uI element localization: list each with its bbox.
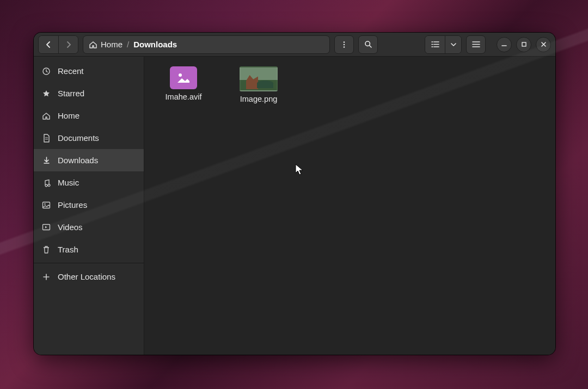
- sidebar-item-recent[interactable]: Recent: [34, 60, 144, 82]
- picture-icon: [42, 201, 51, 209]
- minimize-icon: [501, 41, 507, 48]
- sidebar-item-trash[interactable]: Trash: [34, 238, 144, 261]
- minimize-button[interactable]: [497, 37, 512, 52]
- search-icon: [364, 40, 372, 48]
- chevron-left-icon: [45, 41, 52, 48]
- sidebar-item-label: Downloads: [58, 156, 98, 165]
- maximize-button[interactable]: [516, 37, 531, 52]
- forward-button[interactable]: [58, 36, 78, 53]
- sidebar-item-starred[interactable]: Starred: [34, 82, 144, 104]
- document-icon: [42, 134, 51, 143]
- svg-rect-4: [522, 42, 526, 46]
- window-body: Recent Starred Home Documents Downloads …: [34, 57, 555, 355]
- sidebar-item-music[interactable]: Music: [34, 171, 144, 194]
- home-icon: [89, 40, 97, 49]
- sidebar-item-label: Other Locations: [58, 272, 115, 281]
- sidebar-item-other-locations[interactable]: Other Locations: [34, 265, 144, 288]
- chevron-down-icon: [451, 42, 456, 47]
- sidebar-item-label: Trash: [58, 245, 78, 254]
- svg-point-7: [44, 203, 45, 204]
- sidebar-item-label: Recent: [58, 66, 84, 76]
- sidebar-item-label: Starred: [58, 89, 84, 98]
- sidebar-item-label: Home: [58, 111, 79, 120]
- home-icon: [42, 112, 51, 120]
- chevron-right-icon: [65, 41, 72, 48]
- titlebar: Home / Downloads: [34, 33, 555, 57]
- list-view-button[interactable]: [425, 36, 445, 53]
- hamburger-icon: [472, 41, 480, 48]
- maximize-icon: [521, 41, 527, 47]
- kebab-icon: [340, 41, 348, 48]
- sidebar-item-label: Pictures: [58, 200, 87, 209]
- path-bar[interactable]: Home / Downloads: [83, 35, 330, 54]
- image-thumbnail: [240, 66, 278, 91]
- sidebar-item-downloads[interactable]: Downloads: [34, 149, 144, 171]
- search-button[interactable]: [358, 35, 378, 54]
- file-item[interactable]: Imahe.avif: [154, 64, 213, 106]
- close-button[interactable]: [536, 37, 551, 52]
- breadcrumb-separator: /: [127, 40, 129, 49]
- file-name: Imahe.avif: [166, 92, 202, 101]
- sidebar: Recent Starred Home Documents Downloads …: [34, 57, 144, 355]
- svg-point-2: [344, 46, 345, 48]
- svg-point-0: [344, 41, 345, 43]
- back-button[interactable]: [39, 36, 58, 53]
- sidebar-item-home[interactable]: Home: [34, 104, 144, 127]
- file-name: Image.png: [240, 95, 278, 103]
- file-view[interactable]: Imahe.avif Image.png: [144, 57, 555, 355]
- list-icon: [431, 41, 439, 48]
- location-menu-button[interactable]: [334, 35, 354, 54]
- file-item[interactable]: Image.png: [229, 64, 288, 106]
- sidebar-item-pictures[interactable]: Pictures: [34, 194, 144, 216]
- sidebar-item-label: Music: [58, 178, 79, 187]
- breadcrumb-home-label: Home: [101, 40, 122, 49]
- sidebar-item-videos[interactable]: Videos: [34, 216, 144, 238]
- trash-icon: [42, 245, 50, 254]
- download-icon: [42, 156, 51, 165]
- star-icon: [42, 89, 51, 98]
- plus-icon: [42, 273, 50, 281]
- sidebar-separator: [34, 263, 144, 263]
- svg-point-9: [179, 73, 182, 77]
- svg-point-1: [344, 44, 345, 45]
- clock-icon: [42, 67, 51, 76]
- view-group: [425, 35, 462, 54]
- breadcrumb-home[interactable]: Home: [89, 40, 122, 49]
- sidebar-item-label: Documents: [58, 133, 99, 143]
- file-manager-window: Home / Downloads: [34, 33, 555, 355]
- close-icon: [541, 41, 547, 47]
- image-file-icon: [170, 66, 197, 89]
- hamburger-menu-button[interactable]: [466, 35, 486, 54]
- video-icon: [42, 224, 51, 231]
- nav-group: [38, 35, 78, 54]
- sidebar-item-documents[interactable]: Documents: [34, 127, 144, 149]
- breadcrumb-current[interactable]: Downloads: [133, 40, 177, 49]
- music-icon: [42, 178, 51, 187]
- sidebar-item-label: Videos: [58, 223, 83, 232]
- view-options-button[interactable]: [445, 36, 461, 53]
- picture-glyph-icon: [176, 72, 191, 84]
